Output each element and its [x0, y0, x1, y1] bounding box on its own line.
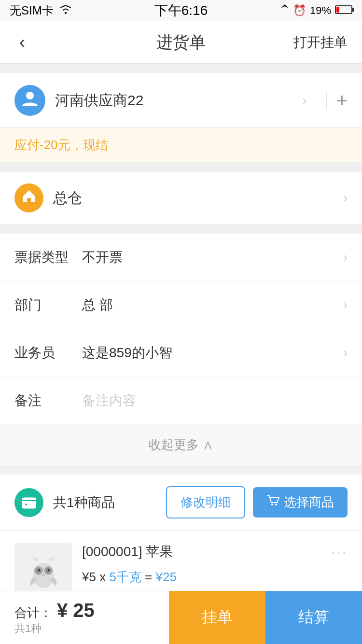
- multiply-sign: x: [99, 570, 109, 584]
- svg-point-1: [26, 92, 34, 99]
- svg-point-5: [275, 504, 277, 505]
- supplier-row[interactable]: 河南供应商22 › +: [0, 73, 362, 128]
- supplier-section: 河南供应商22 › + 应付-20元，现结: [0, 73, 362, 162]
- edit-detail-button[interactable]: 修改明细: [166, 486, 245, 518]
- supplier-divider: [326, 91, 327, 110]
- warning-banner: 应付-20元，现结: [0, 128, 362, 162]
- settle-button[interactable]: 结算: [265, 591, 362, 644]
- svg-point-11: [38, 569, 40, 571]
- svg-marker-15: [48, 556, 54, 561]
- form-section: 票据类型 不开票 › 部门 总 部 › 业务员 这是859的小智 › 备注 备注…: [0, 234, 362, 425]
- product-title: 苹果: [146, 544, 173, 559]
- department-label: 部门: [14, 296, 72, 314]
- location-icon: [280, 4, 289, 17]
- add-supplier-button[interactable]: +: [336, 90, 348, 112]
- ticket-type-row[interactable]: 票据类型 不开票 ›: [0, 234, 362, 281]
- supplier-chevron-icon: ›: [302, 93, 306, 108]
- product-code: [0000001]: [82, 544, 142, 559]
- remark-input[interactable]: 备注内容: [82, 392, 348, 410]
- remark-label: 备注: [14, 392, 72, 410]
- carrier-text: 无SIM卡: [10, 3, 54, 18]
- status-time: 下午6:16: [154, 1, 208, 20]
- total-sub-text: 共1种: [14, 621, 154, 636]
- svg-point-3: [25, 504, 27, 505]
- supplier-avatar: [14, 85, 45, 116]
- product-more-button[interactable]: ···: [331, 543, 348, 561]
- hang-button[interactable]: 挂单: [169, 591, 265, 644]
- alarm-icon: ⏰: [293, 4, 306, 17]
- home-icon: [21, 188, 37, 208]
- product-total: ¥25: [156, 570, 177, 584]
- battery-icon: [335, 4, 352, 17]
- wifi-icon: [58, 4, 73, 17]
- back-button[interactable]: ‹: [14, 28, 30, 57]
- select-product-button[interactable]: 选择商品: [253, 487, 348, 518]
- total-amount: ¥ 25: [57, 600, 95, 621]
- equals-sign: =: [145, 570, 155, 584]
- warehouse-chevron-icon: ›: [343, 190, 348, 206]
- warehouse-icon: [14, 183, 43, 212]
- salesperson-chevron-icon: ›: [343, 345, 348, 361]
- product-count: 共1种商品: [53, 493, 166, 512]
- warehouse-row[interactable]: 总仓 ›: [0, 172, 362, 224]
- svg-rect-2: [22, 498, 36, 508]
- salesperson-value: 这是859的小智: [82, 344, 343, 362]
- salesperson-label: 业务员: [14, 344, 72, 362]
- ticket-type-label: 票据类型: [14, 248, 72, 266]
- supplier-name: 河南供应商22: [55, 91, 302, 111]
- total-label-text: 合计：: [14, 604, 52, 621]
- collapse-toggle[interactable]: 收起更多 ∧: [0, 425, 362, 465]
- department-value: 总 部: [82, 296, 343, 314]
- salesperson-row[interactable]: 业务员 这是859的小智 ›: [0, 329, 362, 377]
- remark-row[interactable]: 备注 备注内容: [0, 377, 362, 425]
- department-chevron-icon: ›: [343, 297, 348, 313]
- warehouse-section: 总仓 ›: [0, 172, 362, 224]
- product-price: ¥5 x 5千克 = ¥25: [82, 569, 321, 586]
- status-right: ⏰ 19%: [280, 4, 352, 17]
- svg-point-4: [271, 504, 273, 505]
- unit-price: ¥5: [82, 570, 96, 584]
- status-bar: 无SIM卡 下午6:16 ⏰ 19%: [0, 0, 362, 21]
- nav-bar: ‹ 进货单 打开挂单: [0, 21, 362, 64]
- ticket-type-value: 不开票: [82, 248, 343, 266]
- cart-icon: [266, 495, 280, 510]
- department-row[interactable]: 部门 总 部 ›: [0, 281, 362, 329]
- open-hang-button[interactable]: 打开挂单: [293, 33, 348, 52]
- warehouse-name: 总仓: [53, 188, 343, 208]
- product-name: [0000001] 苹果: [82, 543, 321, 561]
- ticket-type-chevron-icon: ›: [343, 250, 348, 265]
- total-section: 合计： ¥ 25 共1种: [0, 591, 169, 644]
- svg-marker-14: [33, 556, 39, 561]
- select-product-label: 选择商品: [284, 494, 334, 511]
- battery-percent: 19%: [310, 4, 331, 17]
- svg-point-0: [65, 12, 67, 14]
- quantity-unit: 5千克: [109, 570, 141, 584]
- svg-point-12: [48, 569, 50, 571]
- product-header: 共1种商品 修改明细 选择商品: [0, 475, 362, 530]
- product-info: [0000001] 苹果 ¥5 x 5千克 = ¥25: [82, 543, 321, 586]
- page-title: 进货单: [156, 31, 206, 54]
- product-section-icon: [14, 488, 43, 517]
- bottom-bar: 合计： ¥ 25 共1种 挂单 结算: [0, 591, 362, 644]
- owl-logo-icon: [24, 552, 63, 591]
- person-icon: [21, 90, 39, 112]
- status-left: 无SIM卡: [10, 3, 73, 18]
